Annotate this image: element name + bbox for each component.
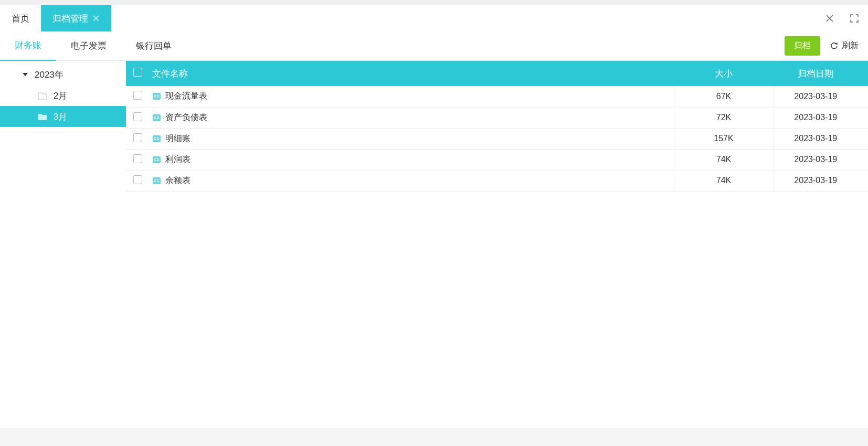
header-date: 归档日期 xyxy=(774,61,868,86)
svg-rect-20 xyxy=(153,177,161,184)
header-size: 大小 xyxy=(674,61,774,86)
tab-archive-label: 归档管理 xyxy=(52,13,88,25)
svg-rect-21 xyxy=(154,179,156,180)
table-header-row: 文件名称 大小 归档日期 xyxy=(126,61,868,86)
main-tab-bar: 首页 归档管理 xyxy=(0,5,868,31)
svg-rect-16 xyxy=(154,158,156,160)
window-close-button[interactable] xyxy=(821,10,838,27)
svg-rect-2 xyxy=(154,97,156,98)
table-row[interactable]: 余额表74K2023-03-19 xyxy=(126,170,868,191)
file-size: 72K xyxy=(674,107,774,128)
refresh-icon xyxy=(830,41,839,50)
tree-node-month-3[interactable]: 3月 xyxy=(0,106,126,127)
sub-tab-einvoice-label: 电子发票 xyxy=(71,40,107,52)
table-row[interactable]: 现金流量表67K2023-03-19 xyxy=(126,86,868,107)
fullscreen-icon[interactable] xyxy=(846,10,863,27)
svg-rect-13 xyxy=(157,137,159,139)
file-size: 67K xyxy=(674,86,774,107)
file-size: 157K xyxy=(674,128,774,149)
window-top-bar xyxy=(0,0,868,5)
tree-node-year[interactable]: 2023年 xyxy=(0,64,126,85)
tab-home[interactable]: 首页 xyxy=(0,5,41,31)
tree-node-month-2[interactable]: 2月 xyxy=(0,85,126,106)
file-icon xyxy=(152,156,161,164)
svg-rect-4 xyxy=(157,97,159,98)
svg-rect-5 xyxy=(153,114,161,121)
archive-date: 2023-03-19 xyxy=(774,128,868,149)
file-icon xyxy=(152,92,161,100)
table-row[interactable]: 明细账157K2023-03-19 xyxy=(126,128,868,149)
svg-rect-19 xyxy=(157,160,159,161)
svg-rect-22 xyxy=(154,181,156,182)
archive-date: 2023-03-19 xyxy=(774,86,868,107)
svg-rect-11 xyxy=(154,137,156,139)
chevron-down-icon xyxy=(22,71,28,78)
archive-button[interactable]: 归档 xyxy=(785,36,820,56)
row-checkbox[interactable] xyxy=(133,91,142,100)
table-row[interactable]: 资产负债表72K2023-03-19 xyxy=(126,107,868,128)
svg-rect-18 xyxy=(157,158,159,160)
svg-rect-8 xyxy=(157,116,159,118)
svg-rect-23 xyxy=(157,179,159,180)
sub-tab-finance-label: 财务账 xyxy=(15,39,41,51)
file-name: 现金流量表 xyxy=(165,91,207,102)
file-table-panel: 文件名称 大小 归档日期 现金流量表67K2023-03-19资产负债表72K2… xyxy=(126,61,868,428)
refresh-button[interactable]: 刷新 xyxy=(830,40,859,51)
tab-home-label: 首页 xyxy=(12,13,29,25)
close-icon[interactable] xyxy=(92,15,100,22)
tab-archive-management[interactable]: 归档管理 xyxy=(41,5,111,31)
main-body: 2023年 2月 3月 xyxy=(0,61,868,428)
file-name: 利润表 xyxy=(165,154,190,165)
tree-node-year-label: 2023年 xyxy=(35,69,63,81)
row-checkbox[interactable] xyxy=(133,133,142,142)
svg-rect-9 xyxy=(157,118,159,119)
table-row[interactable]: 利润表74K2023-03-19 xyxy=(126,149,868,170)
file-icon xyxy=(152,135,161,143)
folder-icon xyxy=(38,92,47,100)
row-checkbox[interactable] xyxy=(133,175,142,184)
row-checkbox[interactable] xyxy=(133,112,142,121)
svg-rect-12 xyxy=(154,139,156,140)
folder-icon xyxy=(38,113,47,121)
select-all-checkbox[interactable] xyxy=(133,68,142,77)
svg-rect-1 xyxy=(154,95,156,96)
file-name: 明细账 xyxy=(165,133,190,144)
svg-rect-10 xyxy=(153,135,161,142)
refresh-label: 刷新 xyxy=(842,40,859,51)
svg-rect-6 xyxy=(154,116,156,118)
archive-date: 2023-03-19 xyxy=(774,149,868,170)
file-icon xyxy=(152,114,161,122)
file-name: 资产负债表 xyxy=(165,112,207,123)
file-size: 74K xyxy=(674,170,774,191)
sub-tab-bar: 财务账 电子发票 银行回单 归档 刷新 xyxy=(0,31,868,61)
archive-date: 2023-03-19 xyxy=(774,170,868,191)
svg-rect-24 xyxy=(157,181,159,182)
svg-rect-15 xyxy=(153,156,161,163)
archive-button-label: 归档 xyxy=(794,41,811,50)
content-area: 财务账 电子发票 银行回单 归档 刷新 2023 xyxy=(0,31,868,428)
tree-node-month-3-label: 3月 xyxy=(54,111,67,123)
tree-node-month-2-label: 2月 xyxy=(54,90,67,102)
sub-tab-bank[interactable]: 银行回单 xyxy=(121,31,186,61)
svg-rect-17 xyxy=(154,160,156,161)
folder-tree: 2023年 2月 3月 xyxy=(0,61,126,428)
file-table: 文件名称 大小 归档日期 现金流量表67K2023-03-19资产负债表72K2… xyxy=(126,61,868,192)
row-checkbox[interactable] xyxy=(133,154,142,163)
svg-rect-0 xyxy=(153,93,161,100)
file-icon xyxy=(152,177,161,185)
sub-tab-finance[interactable]: 财务账 xyxy=(0,31,56,61)
svg-rect-7 xyxy=(154,118,156,119)
sub-tab-einvoice[interactable]: 电子发票 xyxy=(56,31,121,61)
svg-rect-3 xyxy=(157,95,159,96)
archive-date: 2023-03-19 xyxy=(774,107,868,128)
file-name: 余额表 xyxy=(165,175,190,186)
svg-rect-14 xyxy=(157,139,159,140)
file-size: 74K xyxy=(674,149,774,170)
sub-tab-bank-label: 银行回单 xyxy=(136,40,172,52)
header-filename: 文件名称 xyxy=(152,61,674,86)
